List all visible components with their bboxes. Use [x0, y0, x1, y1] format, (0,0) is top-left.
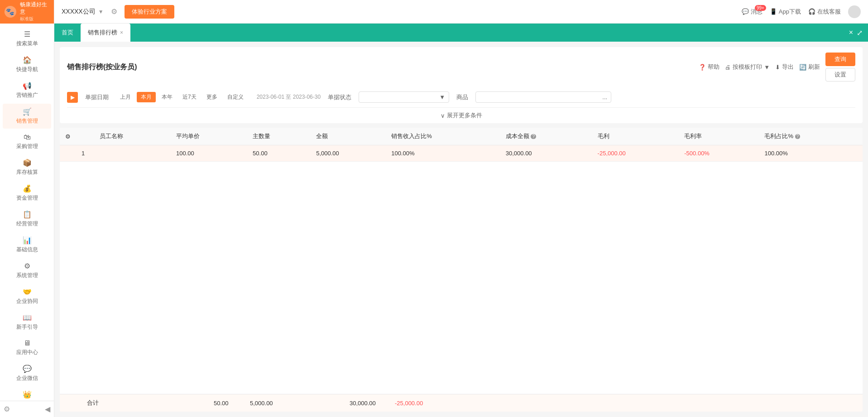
date-range: 2023-06-01 至 2023-06-30	[257, 93, 321, 101]
content: 销售排行榜(按业务员) ❓ 帮助 🖨 按模板打印 ▼ ⬇	[54, 42, 868, 417]
filter-bar: ▶ 单据日期 上月 本月 本年 近7天 更多 自定义 2023-06-01 至 …	[67, 87, 855, 107]
search-order-icon: ☰	[24, 30, 30, 38]
status-select[interactable]: ▼	[359, 91, 449, 103]
avatar[interactable]	[848, 5, 861, 18]
sidebar-item-purchase-label: 采购管理	[16, 143, 38, 150]
sidebar-item-sales[interactable]: 🛒 销售管理	[3, 104, 51, 129]
sidebar-item-beginner[interactable]: 📖 新手引导	[3, 310, 51, 335]
date-label: 单据日期	[85, 93, 109, 101]
query-button[interactable]: 查询	[825, 53, 855, 66]
table-footer: 合计 50.00 5,000.00 30,000.00 -25,000.00	[60, 394, 863, 412]
row-avg-price: 100.00	[171, 145, 247, 162]
sidebar-item-marketing[interactable]: 📢 营销推广	[3, 78, 51, 103]
app-download-icon: 📱	[770, 8, 777, 15]
topbar: XXXXX公司 ▼ ⚙ 体验行业方案 💬 消息 99+ 📱 App下载 🎧 在线…	[54, 0, 868, 24]
footer-amount: 5,000.00	[245, 400, 290, 407]
topbar-settings-icon[interactable]: ⚙	[111, 7, 117, 16]
page-actions: ❓ 帮助 🖨 按模板打印 ▼ ⬇ 导出 🔄	[699, 63, 820, 71]
col-avg-price: 平均单价	[171, 128, 247, 145]
date-btn-this-month[interactable]: 本月	[137, 92, 156, 102]
topbar-right: 💬 消息 99+ 📱 App下载 🎧 在线客服	[742, 5, 861, 18]
date-btn-7days[interactable]: 近7天	[178, 92, 201, 102]
sidebar-settings-icon[interactable]: ⚙	[4, 405, 10, 413]
sidebar-item-system-label: 系统管理	[16, 272, 38, 279]
finance-icon: 💰	[23, 184, 32, 193]
sidebar-item-operations-label: 经营管理	[16, 220, 38, 228]
refresh-action[interactable]: 🔄 刷新	[799, 63, 820, 71]
table-row: 1 100.00 50.00 5,000.00 100.00% 30,000.0…	[60, 145, 863, 162]
col-gross-margin: 毛利率	[679, 128, 759, 145]
date-btn-more[interactable]: 更多	[202, 92, 221, 102]
basic-info-icon: 📊	[23, 236, 32, 244]
footer-label: 合计	[82, 399, 118, 407]
sidebar-item-quick-nav[interactable]: 🏠 快捷导航	[3, 52, 51, 77]
table-empty-space	[60, 162, 863, 394]
cost-info-icon[interactable]: ?	[531, 134, 536, 139]
settings-button[interactable]: 设置	[825, 68, 855, 81]
sidebar-item-sales-label: 销售管理	[16, 117, 38, 125]
sidebar-item-finance[interactable]: 💰 资金管理	[3, 181, 51, 206]
sidebar-item-operations[interactable]: 📋 经营管理	[3, 206, 51, 231]
col-rank	[76, 128, 94, 145]
quick-nav-icon: 🏠	[23, 56, 32, 64]
sidebar-item-basic-info[interactable]: 📊 基础信息	[3, 232, 51, 257]
col-settings[interactable]: ⚙	[60, 128, 76, 145]
sidebar-item-beginner-label: 新手引导	[16, 323, 38, 331]
gross-pct-info-icon[interactable]: ?	[795, 134, 801, 139]
row-amount: 5,000.00	[311, 145, 386, 162]
date-btn-custom[interactable]: 自定义	[223, 92, 248, 102]
template-print-action[interactable]: 🖨 按模板打印 ▼	[725, 63, 770, 71]
trial-button[interactable]: 体验行业方案	[125, 5, 174, 19]
footer-main-qty: 50.00	[208, 400, 245, 407]
app-download-item[interactable]: 📱 App下载	[770, 8, 801, 16]
filter-toggle[interactable]: ▶	[67, 92, 78, 103]
beginner-icon: 📖	[23, 313, 32, 322]
tab-home[interactable]: 首页	[54, 24, 81, 42]
window-expand-icon[interactable]: ⤢	[857, 29, 863, 37]
date-options: 上月 本月 本年 近7天 更多 自定义	[116, 92, 248, 102]
sidebar-collapse-icon[interactable]: ◀	[45, 405, 50, 413]
row-settings	[60, 145, 76, 162]
tab-sales-ranking[interactable]: 销售排行榜 ×	[81, 24, 130, 42]
sidebar-item-member[interactable]: 👑 畅会员	[3, 387, 51, 401]
sidebar-item-purchase[interactable]: 🛍 采购管理	[3, 129, 51, 154]
refresh-label: 刷新	[808, 63, 820, 71]
footer-cost: 30,000.00	[344, 400, 389, 407]
status-arrow-icon: ▼	[439, 94, 445, 101]
refresh-icon: 🔄	[799, 64, 806, 71]
online-service-label: 在线客服	[817, 8, 841, 16]
sidebar-item-enterprise-coop[interactable]: 🤝 企业协同	[3, 284, 51, 309]
template-print-label: 按模板打印	[733, 63, 762, 71]
col-gross-profit: 毛利	[592, 128, 679, 145]
print-arrow-icon: ▼	[764, 64, 770, 71]
sidebar-item-search-order[interactable]: ☰ 搜索菜单	[3, 26, 51, 51]
tab-home-label: 首页	[62, 29, 73, 37]
sidebar-item-wechat[interactable]: 💬 企业微信	[3, 361, 51, 386]
sidebar-item-inventory[interactable]: 📦 库存核算	[3, 155, 51, 180]
message-item[interactable]: 💬 消息 99+	[742, 8, 762, 16]
page-header: 销售排行榜(按业务员) ❓ 帮助 🖨 按模板打印 ▼ ⬇	[60, 47, 863, 123]
col-gross-pct: 毛利占比% ?	[759, 128, 863, 145]
window-close-icon[interactable]: ×	[849, 29, 853, 37]
company-arrow-icon: ▼	[98, 9, 104, 15]
help-action[interactable]: ❓ 帮助	[699, 63, 719, 71]
data-table: ⚙ 员工名称 平均单价 主数量 全额 销售收入占比% 成本全额 ? 毛利 毛利率…	[60, 128, 863, 162]
logo-title: 畅康通好生意	[20, 1, 50, 15]
tab-close-icon[interactable]: ×	[120, 29, 123, 36]
row-name	[94, 145, 171, 162]
sidebar-item-marketing-label: 营销推广	[16, 91, 38, 99]
date-btn-this-year[interactable]: 本年	[158, 92, 177, 102]
export-action[interactable]: ⬇ 导出	[775, 63, 794, 71]
col-amount: 全额	[311, 128, 386, 145]
goods-select[interactable]: ...	[475, 91, 611, 103]
company-selector[interactable]: XXXXX公司 ▼	[62, 8, 104, 16]
sidebar-item-inventory-label: 库存核算	[16, 168, 38, 176]
expand-bar[interactable]: ∨ 展开更多条件	[67, 107, 855, 123]
sidebar-item-app-center[interactable]: 🖥 应用中心	[3, 336, 51, 360]
online-service-item[interactable]: 🎧 在线客服	[808, 8, 841, 16]
operations-icon: 📋	[23, 210, 32, 219]
row-gross-pct: 100.00%	[759, 145, 863, 162]
sidebar-item-system[interactable]: ⚙ 系统管理	[3, 258, 51, 283]
date-btn-last-month[interactable]: 上月	[116, 92, 135, 102]
marketing-icon: 📢	[23, 81, 32, 90]
